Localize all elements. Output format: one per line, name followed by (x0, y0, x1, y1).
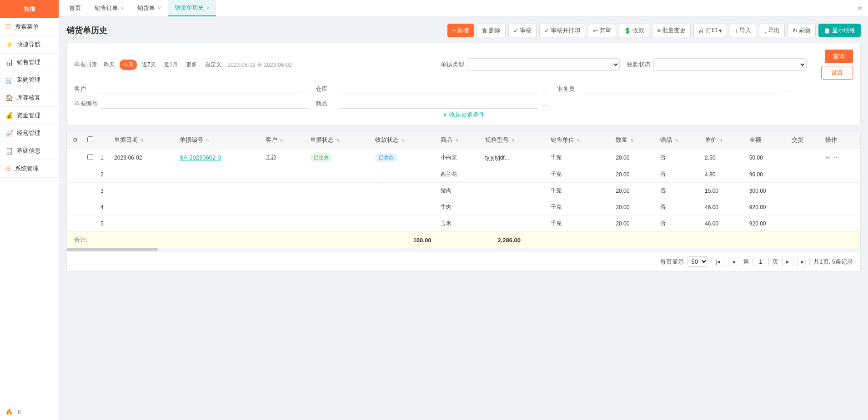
prev-page-btn[interactable]: ◂ (728, 257, 739, 266)
salesperson-input[interactable] (582, 84, 780, 94)
export-button[interactable]: ↓ 导出 (759, 24, 785, 37)
first-page-btn[interactable]: |◂ (712, 257, 724, 266)
unit-col-header[interactable]: 销售单位 ⇅ (547, 131, 612, 149)
product-input[interactable] (340, 99, 538, 109)
customer-picker[interactable]: ... (300, 85, 308, 94)
per-page-label: 每页显示 (660, 258, 684, 266)
operations-icon: 📈 (5, 130, 13, 137)
sidebar-item-search-menu[interactable]: ☰ 搜索菜单 (0, 18, 59, 36)
filter-doc-type: 单据类型 (441, 58, 620, 71)
tab-sales-history[interactable]: 销货单历史 × (168, 0, 216, 16)
tab-sales-order[interactable]: 销售订单 × (88, 0, 130, 16)
row-gift: 否 (657, 199, 701, 215)
batch-change-button[interactable]: ≡ 批量变更 (652, 24, 691, 37)
action-col-header: 操作 (822, 131, 860, 149)
collapse-row[interactable]: ∧ 收起更多条件 (74, 110, 853, 119)
qty-col-label: 数量 (616, 136, 627, 143)
audit-button[interactable]: ✓ 审核 (508, 24, 537, 37)
horizontal-scrollbar[interactable] (67, 248, 860, 251)
row-unit: 千克 (547, 199, 612, 215)
tabs-close-all[interactable]: ✕ (855, 3, 864, 14)
sidebar-item-finance[interactable]: 💰 资金管理 (0, 107, 59, 125)
tab-home-label: 首页 (69, 4, 81, 12)
print-button[interactable]: 🖨 打印 ▾ (693, 24, 727, 37)
product-col-header[interactable]: 商品 ⇅ (437, 131, 482, 149)
row-price: 46.00 (701, 199, 746, 215)
price-col-header[interactable]: 单价 ⇅ (701, 131, 746, 149)
date-btn-1month[interactable]: 近1月 (161, 60, 181, 70)
sidebar-item-basic-info[interactable]: 📋 基础信息 (0, 142, 59, 160)
table-row: 12023-06-02SA-20230602-0王总已生效已收款小白菜tyjyj… (67, 149, 860, 166)
receive-button[interactable]: 💲 收款 (619, 24, 649, 37)
table-body: 12023-06-02SA-20230602-0王总已生效已收款小白菜tyjyj… (67, 149, 860, 232)
tab-sales-order-close[interactable]: × (121, 5, 124, 11)
row-checkbox[interactable] (87, 154, 93, 160)
new-button[interactable]: + 新增 (447, 24, 474, 37)
product-picker[interactable]: ... (541, 100, 550, 108)
setting-button[interactable]: 设置 (821, 66, 853, 80)
doc-no-input[interactable] (100, 99, 308, 109)
qty-col-header[interactable]: 数量 ⇅ (612, 131, 657, 149)
row-gear (67, 149, 83, 166)
row-action (822, 215, 860, 232)
salesperson-picker[interactable]: ... (783, 85, 791, 94)
price-sort-icon: ⇅ (719, 138, 722, 143)
query-button[interactable]: 查询 (825, 50, 853, 63)
row-qty: 20.00 (612, 215, 657, 232)
date-quick-btns: 昨天 今天 近7天 近1月 更多 自定义 (100, 60, 225, 70)
spec-col-header[interactable]: 规格型号 ⇅ (482, 131, 547, 149)
docno-col-header[interactable]: 单据编号 ⇅ (176, 131, 262, 149)
date-btn-more[interactable]: 更多 (183, 60, 200, 70)
row-docno[interactable]: SA-20230602-0 (176, 149, 262, 166)
date-col-header[interactable]: 单据日期 ⇅ (110, 131, 176, 149)
more-icon[interactable]: ⋯ (833, 154, 840, 161)
warehouse-picker[interactable]: ... (541, 85, 550, 94)
audit-print-button[interactable]: ✓ 审核并打印 (539, 24, 585, 37)
customer-input[interactable] (99, 84, 297, 94)
refresh-button[interactable]: ↻ 刷新 (788, 24, 816, 37)
amount-col-label: 金额 (749, 136, 761, 143)
gear-col-header[interactable]: ⚙ (67, 131, 83, 149)
gift-col-header[interactable]: 赠品 ⇅ (657, 131, 701, 149)
pause-icon[interactable]: ⏸ (16, 409, 22, 415)
date-btn-custom[interactable]: 自定义 (202, 60, 225, 70)
per-page-select[interactable]: 50 (687, 256, 708, 267)
tab-sales-delivery[interactable]: 销货单 × (131, 0, 167, 16)
paymentstatus-col-header[interactable]: 收款状态 ⇅ (371, 131, 437, 149)
date-btn-7days[interactable]: 近7天 (139, 60, 159, 70)
customer-col-header[interactable]: 客户 ⇅ (262, 131, 306, 149)
delete-icon: 🗑 (482, 27, 487, 34)
scrollbar-thumb[interactable] (67, 248, 158, 251)
docstatus-col-header[interactable]: 单据状态 ⇅ (306, 131, 372, 149)
sidebar-item-operations[interactable]: 📈 经营管理 (0, 125, 59, 142)
sidebar-item-quick-nav[interactable]: ⚡ 快捷导航 (0, 36, 59, 54)
tab-sales-history-close[interactable]: × (207, 5, 210, 10)
filter-product: 商品 ... (316, 99, 550, 109)
delete-button[interactable]: 🗑 删除 (477, 24, 506, 37)
doc-type-select[interactable] (467, 58, 620, 71)
next-page-btn[interactable]: ▸ (782, 257, 793, 266)
fire-icon[interactable]: 🔥 (5, 409, 13, 415)
abandon-button[interactable]: ↩ 弃审 (588, 24, 616, 37)
row-date: 2023-06-02 (110, 149, 176, 166)
select-all-checkbox[interactable] (87, 136, 93, 142)
import-icon: ↑ (735, 27, 738, 34)
sidebar-item-purchase-mgmt[interactable]: 🛒 采购管理 (0, 71, 59, 89)
show-detail-button[interactable]: 📋 显示明细 (818, 24, 861, 37)
row-action: ✏⋯ (822, 149, 860, 166)
sidebar-item-sys-mgmt[interactable]: ⚙ 系统管理 (0, 160, 59, 178)
tab-sales-delivery-close[interactable]: × (158, 5, 161, 11)
page-input[interactable] (753, 257, 769, 266)
sidebar-item-inventory[interactable]: 🏠 库存核算 (0, 89, 59, 107)
warehouse-input[interactable] (340, 84, 538, 94)
date-btn-yesterday[interactable]: 昨天 (100, 60, 118, 70)
tab-home[interactable]: 首页 (63, 0, 87, 16)
export-icon: ↓ (764, 27, 767, 34)
date-btn-today[interactable]: 今天 (120, 60, 137, 70)
sidebar-item-sales-mgmt[interactable]: 📊 销售管理 (0, 54, 59, 71)
edit-icon[interactable]: ✏ (825, 154, 831, 161)
checkbox-col-header[interactable] (83, 131, 97, 149)
last-page-btn[interactable]: ▸| (797, 257, 810, 266)
import-button[interactable]: ↑ 导入 (730, 24, 756, 37)
payment-status-select[interactable] (653, 58, 807, 71)
